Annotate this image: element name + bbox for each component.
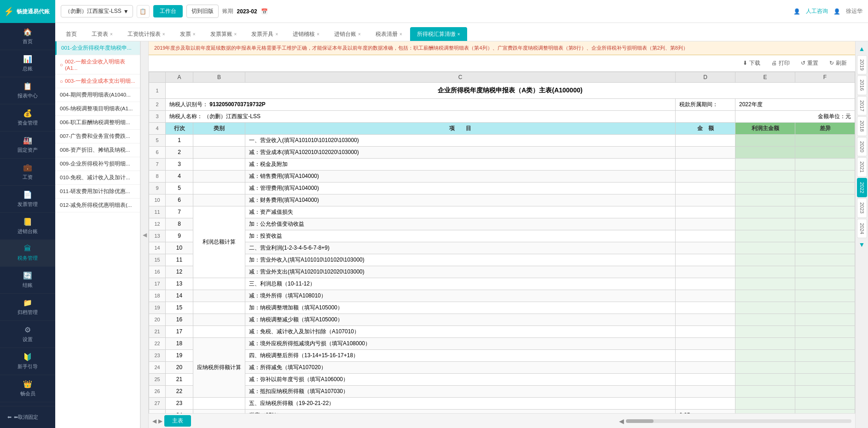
tab-invoice-issue-close[interactable]: × bbox=[275, 32, 278, 37]
tab-invoice-calc-close[interactable]: × bbox=[234, 32, 237, 37]
sidebar-item-funds[interactable]: 💰 资金管理 bbox=[0, 104, 55, 131]
sidebar-item-member[interactable]: 👑 畅会员 bbox=[0, 375, 55, 402]
horizontal-scrollbar[interactable]: ◀ ▶ 主表 ◀ bbox=[149, 413, 855, 428]
year-2017[interactable]: 2017 bbox=[857, 96, 867, 115]
left-panel-item-005[interactable]: 005-纳税调整项目明细表(A1... bbox=[55, 102, 140, 116]
table-row: 6 2 减：营业成本(填写A102010\102020\103000) bbox=[149, 146, 855, 158]
tab-ledger[interactable]: 进销台账 × bbox=[327, 27, 368, 41]
sidebar-item-assets-label: 固定资产 bbox=[17, 147, 38, 154]
year-2023[interactable]: 2023 bbox=[857, 198, 867, 217]
main-content: 2019年度步及取以前年度延续数据的申报表单元格需要手工维护正确，才能保证本年及… bbox=[149, 41, 855, 428]
year-up-nav[interactable]: ▲ bbox=[857, 43, 867, 54]
left-panel-item-003[interactable]: ○ 003-一般企业成本支出明细... bbox=[55, 74, 140, 88]
sidebar-item-close[interactable]: 🔄 结账 bbox=[0, 267, 55, 294]
left-panel-item-008[interactable]: 008-资产折旧、摊销及纳税... bbox=[55, 143, 140, 157]
left-panel-item-012[interactable]: 012-减免所得税优惠明细表(... bbox=[55, 199, 140, 212]
scroll-thumb[interactable] bbox=[626, 419, 654, 423]
reset-button[interactable]: ↺ 重置 bbox=[798, 58, 821, 68]
scroll-track[interactable] bbox=[626, 419, 851, 423]
left-panel-item-002[interactable]: ○ 002-一般企业收入明细表(A1... bbox=[55, 55, 140, 74]
period-label-cell: 税款所属期间： bbox=[676, 98, 735, 110]
tab-audit-close[interactable]: × bbox=[317, 32, 319, 37]
sidebar-item-ledger-label: 总账 bbox=[23, 65, 33, 72]
left-panel-item-001[interactable]: 001-企业所得税年度纳税申... bbox=[55, 41, 140, 55]
year-2016[interactable]: 2016 bbox=[857, 75, 867, 95]
tab-tax-clear[interactable]: 税表清册 × bbox=[369, 27, 409, 41]
col-label-f: 差异 bbox=[795, 122, 855, 134]
payroll-icon: 💼 bbox=[23, 163, 32, 172]
sidebar-item-guide[interactable]: 🔰 新手引导 bbox=[0, 348, 55, 375]
sheet-tab-main[interactable]: 主表 bbox=[164, 415, 191, 427]
sidebar-item-settings[interactable]: ⚙ 设置 bbox=[0, 321, 55, 348]
funds-icon: 💰 bbox=[23, 109, 32, 118]
sidebar-item-purchsale[interactable]: 📒 进销台账 bbox=[0, 213, 55, 240]
year-2018[interactable]: 2018 bbox=[857, 116, 867, 136]
table-row: 15 11 加：营业外收入(填写A101010\101020\103000) bbox=[149, 254, 855, 266]
left-panel-item-007[interactable]: 007-广告费和业务宣传费跌... bbox=[55, 130, 140, 143]
refresh-button[interactable]: ↻ 刷新 bbox=[827, 58, 850, 68]
table-row: 17 13 三、利润总额（10-11-12） bbox=[149, 278, 855, 290]
left-panel-item-010[interactable]: 010-免税、减计收入及加计... bbox=[55, 171, 140, 185]
table-row-meta1: 2 纳税人识别号： 91320500703719732P 税款所属期间： 202… bbox=[149, 98, 855, 110]
user-name[interactable]: 徐运华 bbox=[846, 7, 862, 15]
service-label[interactable]: 人工咨询 bbox=[806, 7, 828, 15]
print-icon: 🖨 bbox=[771, 60, 777, 66]
left-panel-item-003-label: 003-一般企业成本支出明细... bbox=[65, 78, 135, 85]
panel-toggle[interactable]: ◀ bbox=[140, 41, 149, 428]
tab-payroll[interactable]: 工资表 × bbox=[85, 27, 120, 41]
tab-invoice[interactable]: 发票 × bbox=[173, 27, 203, 41]
sidebar-bottom[interactable]: ⬅ ⬅取消固定 bbox=[0, 406, 55, 428]
sidebar-item-archive[interactable]: 📁 归档管理 bbox=[0, 294, 55, 321]
service-icon: 👤 bbox=[793, 8, 800, 15]
col-f-header: F bbox=[795, 72, 855, 82]
left-panel-item-001-label: 001-企业所得税年度纳税申... bbox=[61, 45, 132, 51]
tab-invoice-close[interactable]: × bbox=[193, 32, 196, 37]
left-panel-item-011[interactable]: 011-研发费用加计扣除优惠... bbox=[55, 185, 140, 199]
workspace-button[interactable]: 工作台 bbox=[153, 5, 183, 17]
table-title: 企业所得税年度纳税申报表（A类）主表(A100000) bbox=[166, 82, 855, 98]
spreadsheet-wrapper[interactable]: A B C D E F 1 bbox=[149, 72, 855, 414]
tab-tax-clear-close[interactable]: × bbox=[399, 32, 402, 37]
sidebar-item-ledger[interactable]: 📊 总账 bbox=[0, 50, 55, 77]
calendar-icon: 📅 bbox=[261, 8, 268, 15]
year-2022[interactable]: 2022 bbox=[857, 178, 867, 197]
sidebar-item-home[interactable]: 🏠 首页 bbox=[0, 23, 55, 50]
invoice-icon: 📄 bbox=[23, 190, 32, 199]
copy-icon: 📋 bbox=[139, 8, 146, 15]
sidebar-item-reports[interactable]: 📋 报表中心 bbox=[0, 77, 55, 104]
tab-income-tax[interactable]: 所得税汇算清缴 × bbox=[410, 27, 467, 41]
sidebar-item-assets[interactable]: 🏭 固定资产 bbox=[0, 131, 55, 159]
tab-payroll-stats-close[interactable]: × bbox=[162, 32, 165, 37]
year-2024[interactable]: 2024 bbox=[857, 219, 867, 238]
left-panel-item-005-label: 005-纳税调整项目明细表(A1... bbox=[60, 105, 133, 112]
scroll-icon-left[interactable]: ◀ bbox=[619, 417, 624, 425]
tab-audit[interactable]: 进销稽核 × bbox=[286, 27, 326, 41]
year-2020[interactable]: 2020 bbox=[857, 137, 867, 156]
left-panel-item-004[interactable]: 004-期间费用明细表(A1040... bbox=[55, 88, 140, 102]
print-button[interactable]: 🖨 打印 bbox=[769, 58, 793, 68]
right-sidebar: ▲ 2019 2016 2017 2018 2020 2021 2022 202… bbox=[855, 41, 868, 428]
sidebar-item-invoice[interactable]: 📄 发票管理 bbox=[0, 186, 55, 213]
year-down-nav[interactable]: ▼ bbox=[857, 239, 867, 250]
download-button[interactable]: ⬇ 下载 bbox=[740, 58, 763, 68]
copy-button[interactable]: 📋 bbox=[137, 5, 150, 18]
tab-home[interactable]: 首页 bbox=[59, 27, 84, 41]
left-panel-item-006[interactable]: 006-职工薪酬纳税调整明细... bbox=[55, 116, 140, 130]
scroll-right-icon[interactable]: ▶ bbox=[158, 418, 162, 424]
sidebar-item-tax[interactable]: 🏛 税务管理 bbox=[0, 240, 55, 267]
left-panel-item-010-label: 010-免税、减计收入及加计... bbox=[60, 174, 130, 181]
tab-invoice-issue[interactable]: 发票开具 × bbox=[244, 27, 285, 41]
company-selector[interactable]: （勿删）江西服宝-LSS ▼ bbox=[61, 5, 133, 17]
scroll-left-icon[interactable]: ◀ bbox=[152, 418, 156, 424]
sidebar-item-payroll[interactable]: 💼 工资 bbox=[0, 159, 55, 186]
left-panel-item-009[interactable]: 009-企业所得税补亏损明细... bbox=[55, 157, 140, 171]
col-label-b: 类别 bbox=[193, 122, 245, 134]
tab-invoice-calc[interactable]: 发票算账 × bbox=[203, 27, 244, 41]
tab-payroll-stats[interactable]: 工资统计报表 × bbox=[121, 27, 172, 41]
year-2019[interactable]: 2019 bbox=[857, 55, 867, 74]
tab-income-tax-close[interactable]: × bbox=[457, 32, 460, 37]
switch-version-button[interactable]: 切到旧版 bbox=[186, 5, 219, 18]
year-2021[interactable]: 2021 bbox=[857, 157, 867, 177]
tab-payroll-close[interactable]: × bbox=[110, 32, 113, 37]
tab-ledger-close[interactable]: × bbox=[358, 32, 361, 37]
